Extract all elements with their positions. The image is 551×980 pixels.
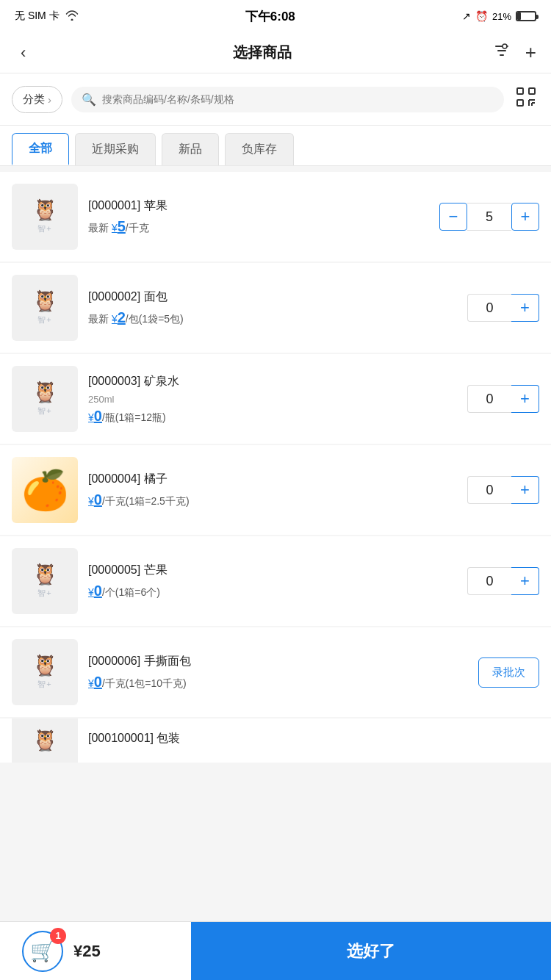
list-item: 🦉 智+ [0000005] 芒果 ¥0/个(1箱=6个) +: [0, 536, 551, 626]
price-value: 5: [118, 218, 126, 234]
wifi-icon: [65, 10, 79, 23]
product-name: [0000005] 芒果: [88, 563, 457, 578]
list-item: 🍊 [0000004] 橘子 ¥0/千克(1箱=2.5千克) +: [0, 445, 551, 535]
product-info: [0000001] 苹果 最新 ¥5/千克: [88, 198, 429, 235]
price-unit: /千克: [126, 222, 149, 234]
quantity-control: +: [467, 385, 539, 413]
svg-rect-6: [517, 100, 523, 106]
search-input[interactable]: [102, 93, 494, 105]
owl-text: 智+: [37, 406, 51, 417]
product-info: [0000003] 矿泉水 250ml ¥0/瓶(1箱=12瓶): [88, 374, 457, 425]
product-spec: 250ml: [88, 394, 457, 405]
filter-button[interactable]: [493, 42, 511, 64]
product-name: [0000001] 苹果: [88, 198, 429, 214]
product-info: [0000004] 橘子 ¥0/千克(1箱=2.5千克): [88, 472, 457, 508]
category-label: 分类: [23, 93, 45, 107]
product-price: ¥0/个(1箱=6个): [88, 583, 457, 599]
quantity-input[interactable]: [467, 567, 511, 595]
confirm-button[interactable]: 选好了: [191, 922, 551, 981]
svg-point-3: [503, 44, 507, 48]
product-name: [0000002] 面包: [88, 289, 457, 305]
product-price: 最新 ¥5/千克: [88, 218, 429, 235]
product-price: ¥0/千克(1包=10千克): [88, 674, 468, 691]
search-icon: 🔍: [82, 93, 96, 107]
tabs-bar: 全部 近期采购 新品 负库存: [0, 126, 551, 166]
page-title: 选择商品: [233, 43, 292, 62]
price-unit: /包(1袋=5包): [126, 313, 184, 325]
batch-button[interactable]: 录批次: [478, 657, 539, 688]
product-name: [0000004] 橘子: [88, 472, 457, 487]
owl-icon: 🦉: [32, 564, 58, 585]
category-button[interactable]: 分类 ›: [12, 86, 62, 113]
product-name: [000100001] 包装: [88, 731, 539, 746]
increase-button[interactable]: +: [511, 567, 539, 595]
carrier-label: 无 SIM 卡: [15, 10, 60, 23]
status-time: 下午6:08: [245, 8, 295, 25]
increase-button[interactable]: +: [511, 476, 539, 504]
battery-percent: 21%: [492, 11, 511, 22]
increase-button[interactable]: +: [511, 203, 539, 231]
nav-bar: ‹ 选择商品 +: [0, 32, 551, 73]
add-button[interactable]: +: [525, 41, 536, 64]
product-price: ¥0/瓶(1箱=12瓶): [88, 408, 457, 425]
search-bar: 分类 › 🔍: [0, 73, 551, 126]
cart-badge: 1: [50, 928, 66, 944]
owl-icon: 🦉: [32, 291, 58, 311]
owl-text: 智+: [37, 314, 51, 325]
price-unit: /瓶(1箱=12瓶): [102, 411, 166, 423]
product-info: [0000002] 面包 最新 ¥2/包(1袋=5包): [88, 289, 457, 326]
status-left: 无 SIM 卡: [15, 10, 79, 23]
list-item: 🦉 智+ [0000006] 手撕面包 ¥0/千克(1包=10千克) 录批次: [0, 627, 551, 717]
owl-icon: 🦉: [32, 382, 58, 403]
price-value: 0: [94, 408, 102, 424]
battery-icon: [516, 11, 536, 21]
price-unit: /个(1箱=6个): [102, 586, 160, 598]
tab-negative[interactable]: 负库存: [225, 133, 294, 165]
svg-rect-4: [517, 88, 523, 94]
list-item: 🦉 智+ [0000002] 面包 最新 ¥2/包(1袋=5包) +: [0, 263, 551, 353]
tab-new[interactable]: 新品: [162, 133, 219, 165]
quantity-input[interactable]: [467, 294, 511, 322]
price-value: 2: [118, 309, 126, 325]
increase-button[interactable]: +: [511, 385, 539, 413]
svg-rect-5: [529, 88, 535, 94]
quantity-control: +: [467, 476, 539, 504]
owl-icon: 🦉: [32, 655, 58, 676]
search-input-wrap: 🔍: [71, 87, 504, 112]
price-unit: /千克(1箱=2.5千克): [102, 495, 190, 507]
cart-section: 🛒 1 ¥25: [0, 931, 191, 972]
decrease-button[interactable]: −: [439, 203, 467, 231]
product-thumbnail: 🦉: [12, 718, 78, 763]
product-name: [0000003] 矿泉水: [88, 374, 457, 389]
product-thumbnail: 🦉 智+: [12, 366, 78, 432]
product-thumbnail: 🦉 智+: [12, 639, 78, 705]
product-info: [000100001] 包装: [88, 731, 539, 751]
product-price: ¥0/千克(1箱=2.5千克): [88, 491, 457, 508]
scan-button[interactable]: [513, 84, 539, 115]
price-label: 最新: [88, 222, 109, 234]
tab-all[interactable]: 全部: [12, 133, 69, 165]
quantity-control: +: [467, 294, 539, 322]
product-list: 🦉 智+ [0000001] 苹果 最新 ¥5/千克 − + 🦉 智+ [000…: [0, 166, 551, 829]
product-thumbnail: 🦉 智+: [12, 184, 78, 250]
quantity-input[interactable]: [467, 476, 511, 504]
increase-button[interactable]: +: [511, 294, 539, 322]
product-thumbnail: 🦉 智+: [12, 275, 78, 341]
tab-recent[interactable]: 近期采购: [75, 133, 156, 165]
product-name: [0000006] 手撕面包: [88, 654, 468, 669]
list-item: 🦉 智+ [0000003] 矿泉水 250ml ¥0/瓶(1箱=12瓶) +: [0, 354, 551, 444]
back-button[interactable]: ‹: [15, 37, 32, 68]
quantity-control: +: [467, 567, 539, 595]
price-value: 0: [94, 674, 102, 690]
cart-total: ¥25: [73, 942, 101, 961]
product-price: 最新 ¥2/包(1袋=5包): [88, 309, 457, 326]
product-info: [0000006] 手撕面包 ¥0/千克(1包=10千克): [88, 654, 468, 691]
quantity-input[interactable]: [467, 203, 511, 231]
owl-text: 智+: [37, 223, 51, 234]
quantity-input[interactable]: [467, 385, 511, 413]
price-value: 0: [94, 491, 102, 508]
cart-button[interactable]: 🛒 1: [22, 931, 63, 972]
list-item: 🦉 智+ [0000001] 苹果 最新 ¥5/千克 − +: [0, 172, 551, 262]
product-thumbnail: 🍊: [12, 457, 78, 523]
status-bar: 无 SIM 卡 下午6:08 ↗ ⏰ 21%: [0, 0, 551, 32]
